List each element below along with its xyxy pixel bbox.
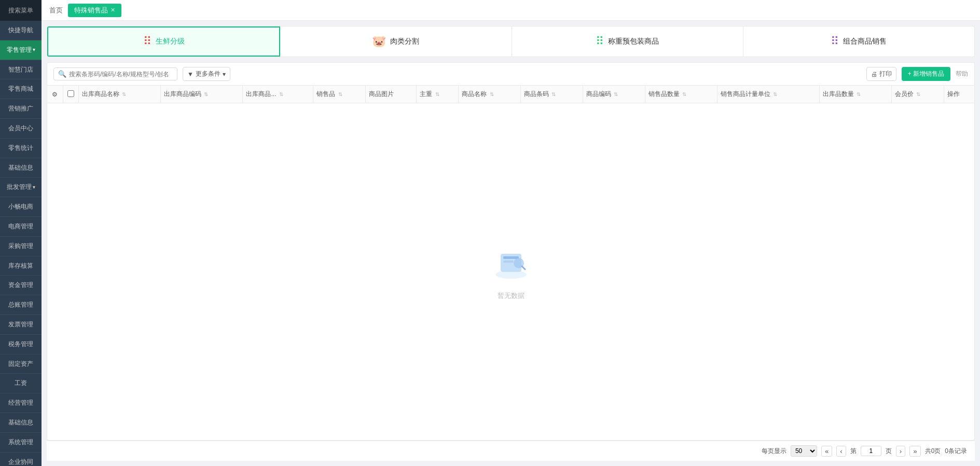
sidebar-logo[interactable]: 搜索菜单 bbox=[0, 0, 42, 21]
sidebar-item-basic-info2[interactable]: 基础信息 bbox=[0, 413, 42, 433]
special-sales-tab[interactable]: 特殊销售品 ✕ bbox=[68, 4, 121, 17]
sidebar-item-purchase-mgmt[interactable]: 采购管理 bbox=[0, 237, 42, 256]
sort-member-price-icon: ⇅ bbox=[916, 91, 920, 97]
help-button[interactable]: 帮助 bbox=[956, 70, 968, 78]
cat-label-weigh: 称重预包装商品 bbox=[608, 37, 659, 46]
topbar: 首页 特殊销售品 ✕ bbox=[42, 0, 980, 21]
filter-button[interactable]: ▼ 更多条件 ▾ bbox=[183, 67, 230, 81]
search-icon: 🔍 bbox=[58, 70, 66, 78]
col-out-qty[interactable]: 出库品数量 ⇅ bbox=[819, 86, 891, 103]
sidebar-item-marketing[interactable]: 营销推广 bbox=[0, 99, 42, 119]
col-sale-item[interactable]: 销售品 ⇅ bbox=[313, 86, 365, 103]
pagination: 每页显示 50 10 20 100 « ‹ 第 页 › » 共0页 0条记录 bbox=[47, 441, 975, 461]
sidebar-item-inventory[interactable]: 库存核算 bbox=[0, 256, 42, 276]
print-icon: 🖨 bbox=[871, 71, 877, 78]
col-item-image[interactable]: 商品图片 bbox=[365, 86, 416, 103]
toolbar: 🔍 ▼ 更多条件 ▾ 🖨 打印 + 新增销售品 帮助 bbox=[47, 62, 975, 85]
sidebar-item-finance[interactable]: 资金管理 bbox=[0, 276, 42, 295]
sort-out-name-icon: ⇅ bbox=[122, 91, 126, 97]
print-button[interactable]: 🖨 打印 bbox=[866, 67, 896, 81]
main-content: 首页 特殊销售品 ✕ ⠿ 生鲜分级 🐷 肉类分割 ⠿ 称重预包装商品 ⠿ 组合商… bbox=[42, 0, 980, 466]
cat-tab-meat[interactable]: 🐷 肉类分割 bbox=[280, 26, 512, 57]
sidebar: 搜索菜单 快捷导航 零售管理 ▾ 智慧门店 零售商城 营销推广 会员中心 零售统… bbox=[0, 0, 42, 466]
sidebar-item-ecom-mgmt[interactable]: 电商管理 bbox=[0, 217, 42, 237]
sidebar-item-member-center[interactable]: 会员中心 bbox=[0, 119, 42, 139]
content-area: ⠿ 生鲜分级 🐷 肉类分割 ⠿ 称重预包装商品 ⠿ 组合商品销售 🔍 bbox=[42, 21, 980, 466]
fresh-icon: ⠿ bbox=[143, 35, 151, 48]
cat-tab-combo[interactable]: ⠿ 组合商品销售 bbox=[743, 26, 974, 57]
print-label: 打印 bbox=[879, 70, 892, 78]
weigh-icon: ⠿ bbox=[596, 35, 604, 48]
empty-text: 暂无数据 bbox=[498, 291, 524, 300]
close-tab-icon[interactable]: ✕ bbox=[111, 7, 115, 13]
category-tabs: ⠿ 生鲜分级 🐷 肉类分割 ⠿ 称重预包装商品 ⠿ 组合商品销售 bbox=[47, 26, 975, 57]
toolbar-left: 🔍 ▼ 更多条件 ▾ bbox=[53, 67, 230, 81]
sidebar-item-invoice-mgmt[interactable]: 发票管理 bbox=[0, 315, 42, 335]
col-out-name[interactable]: 出库商品名称 ⇅ bbox=[78, 86, 160, 103]
home-tab[interactable]: 首页 bbox=[49, 6, 63, 15]
col-item-name[interactable]: 商品名称 ⇅ bbox=[459, 86, 521, 103]
sort-sale-item-icon: ⇅ bbox=[338, 91, 342, 97]
data-table: ⚙ 出库商品名称 ⇅ 出库商品编码 ⇅ 出库商品 bbox=[47, 86, 974, 103]
col-checkbox[interactable] bbox=[63, 86, 78, 103]
sidebar-item-general-ledger[interactable]: 总账管理 bbox=[0, 295, 42, 315]
total-pages: 共0页 bbox=[925, 447, 941, 456]
search-box[interactable]: 🔍 bbox=[53, 67, 177, 80]
sidebar-item-mini-ecom[interactable]: 小畅电商 bbox=[0, 197, 42, 217]
total-count: 0条记录 bbox=[945, 447, 967, 456]
col-sale-qty[interactable]: 销售品数量 ⇅ bbox=[645, 86, 717, 103]
sort-item-name-icon: ⇅ bbox=[490, 91, 494, 97]
sort-barcode-icon: ⇅ bbox=[551, 91, 556, 97]
page-input[interactable] bbox=[861, 446, 881, 456]
sidebar-item-wholesale-mgmt[interactable]: 批发管理 ▾ bbox=[0, 177, 42, 197]
sidebar-item-retail-stats[interactable]: 零售统计 bbox=[0, 139, 42, 158]
sidebar-item-tax-mgmt[interactable]: 税务管理 bbox=[0, 335, 42, 354]
col-action: 操作 bbox=[944, 86, 974, 103]
col-out-code[interactable]: 出库商品编码 ⇅ bbox=[160, 86, 242, 103]
sort-weight-icon: ⇅ bbox=[435, 91, 439, 97]
col-item-code[interactable]: 商品编码 ⇅ bbox=[583, 86, 645, 103]
cat-label-fresh: 生鲜分级 bbox=[156, 37, 185, 46]
sidebar-item-quick-nav[interactable]: 快捷导航 bbox=[0, 21, 42, 40]
search-input[interactable] bbox=[69, 71, 173, 78]
table-header-row: ⚙ 出库商品名称 ⇅ 出库商品编码 ⇅ 出库商品 bbox=[47, 86, 974, 103]
sidebar-item-operations[interactable]: 经营管理 bbox=[0, 393, 42, 413]
sidebar-item-smart-store[interactable]: 智慧门店 bbox=[0, 60, 42, 80]
col-sale-unit[interactable]: 销售商品计量单位 ⇅ bbox=[717, 86, 819, 103]
page-unit: 页 bbox=[886, 447, 892, 456]
sort-out-qty-icon: ⇅ bbox=[857, 91, 861, 97]
col-barcode[interactable]: 商品条码 ⇅ bbox=[521, 86, 583, 103]
col-settings[interactable]: ⚙ bbox=[47, 86, 63, 103]
col-weight[interactable]: 主重 ⇅ bbox=[417, 86, 459, 103]
prev-page-button[interactable]: ‹ bbox=[836, 446, 846, 457]
sort-out-code-icon: ⇅ bbox=[204, 91, 208, 97]
add-sales-item-button[interactable]: + 新增销售品 bbox=[902, 67, 950, 81]
sort-item-code-icon: ⇅ bbox=[614, 91, 618, 97]
sidebar-item-basic-info[interactable]: 基础信息 bbox=[0, 158, 42, 178]
select-all-checkbox[interactable] bbox=[67, 90, 74, 97]
col-out-spec[interactable]: 出库商品... ⇅ bbox=[243, 86, 313, 103]
sidebar-item-retail-mall[interactable]: 零售商城 bbox=[0, 79, 42, 99]
cat-tab-fresh[interactable]: ⠿ 生鲜分级 bbox=[47, 26, 280, 57]
empty-state: 暂无数据 bbox=[47, 103, 974, 440]
sort-sale-unit-icon: ⇅ bbox=[773, 91, 777, 97]
per-page-select[interactable]: 50 10 20 100 bbox=[791, 445, 817, 457]
sort-out-spec-icon: ⇅ bbox=[279, 91, 283, 97]
first-page-button[interactable]: « bbox=[821, 446, 832, 457]
sort-sale-qty-icon: ⇅ bbox=[682, 91, 686, 97]
tab-label: 特殊销售品 bbox=[74, 6, 108, 15]
cat-label-combo: 组合商品销售 bbox=[843, 37, 887, 46]
sidebar-item-wages[interactable]: 工资 bbox=[0, 374, 42, 393]
empty-state-icon bbox=[490, 243, 532, 285]
sidebar-item-system-mgmt[interactable]: 系统管理 bbox=[0, 433, 42, 453]
sidebar-item-retail-mgmt[interactable]: 零售管理 ▾ bbox=[0, 40, 42, 60]
cat-tab-weigh[interactable]: ⠿ 称重预包装商品 bbox=[512, 26, 743, 57]
last-page-button[interactable]: » bbox=[909, 446, 920, 457]
sidebar-item-enterprise[interactable]: 企业协同 bbox=[0, 453, 42, 466]
col-member-price[interactable]: 会员价 ⇅ bbox=[892, 86, 944, 103]
per-page-label: 每页显示 bbox=[762, 447, 786, 456]
sidebar-item-fixed-assets[interactable]: 固定资产 bbox=[0, 354, 42, 374]
meat-icon: 🐷 bbox=[372, 35, 386, 48]
next-page-button[interactable]: › bbox=[896, 446, 905, 457]
page-label: 第 bbox=[850, 447, 857, 456]
